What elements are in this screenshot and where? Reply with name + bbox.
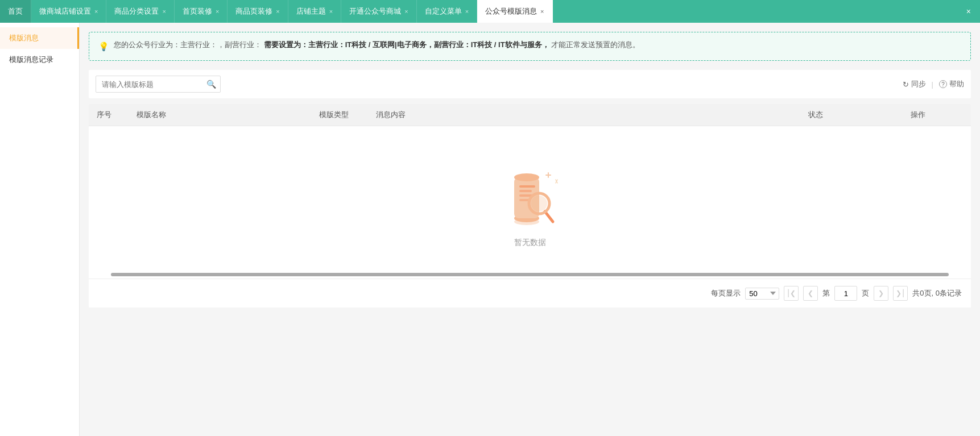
main-layout: 模版消息 模版消息记录 💡 您的公众号行业为：主营行业：，副营行业： 需要设置为… bbox=[0, 23, 980, 436]
search-input-wrap: 🔍 bbox=[96, 76, 221, 93]
nav-label-mall: 开通公众号商城 bbox=[349, 6, 401, 16]
close-icon-category[interactable]: × bbox=[162, 8, 166, 15]
search-icon[interactable]: 🔍 bbox=[206, 80, 216, 89]
nav-item-homepage[interactable]: 首页装修 × bbox=[175, 0, 228, 23]
global-close-button[interactable]: × bbox=[957, 7, 980, 16]
close-icon-homepage[interactable]: × bbox=[216, 8, 219, 15]
data-table: 序号 模版名称 模版类型 消息内容 状态 操作 bbox=[89, 104, 971, 308]
th-status: 状态 bbox=[800, 104, 903, 126]
page-size-select[interactable]: 50 10 20 100 bbox=[745, 288, 779, 300]
search-right: ↻ 同步 | ? 帮助 bbox=[903, 79, 964, 89]
notice-text: 您的公众号行业为：主营行业：，副营行业： 需要设置为：主营行业：IT科技 / 互… bbox=[114, 39, 640, 51]
sidebar: 模版消息 模版消息记录 bbox=[0, 23, 80, 436]
pagination-summary: 共0页, 0条记录 bbox=[912, 288, 962, 298]
page-last-button[interactable]: ❯⎮ bbox=[893, 286, 908, 301]
sync-label: 同步 bbox=[911, 79, 926, 89]
close-icon-product-page[interactable]: × bbox=[276, 8, 279, 15]
table-header: 序号 模版名称 模版类型 消息内容 状态 操作 bbox=[89, 104, 971, 126]
nav-item-home[interactable]: 首页 bbox=[0, 0, 31, 23]
content-area: 💡 您的公众号行业为：主营行业：，副营行业： 需要设置为：主营行业：IT科技 /… bbox=[80, 23, 980, 436]
th-content: 消息内容 bbox=[368, 104, 800, 126]
notice-highlight: 需要设置为：主营行业：IT科技 / 互联网|电子商务，副营行业：IT科技 / I… bbox=[264, 40, 549, 49]
top-navigation: 首页 微商城店铺设置 × 商品分类设置 × 首页装修 × 商品页装修 × 店铺主… bbox=[0, 0, 980, 23]
nav-label-menu: 自定义菜单 bbox=[425, 6, 462, 16]
help-circle-icon: ? bbox=[939, 80, 947, 88]
nav-label-product-page: 商品页装修 bbox=[235, 6, 272, 16]
svg-rect-5 bbox=[519, 190, 532, 192]
notice-banner: 💡 您的公众号行业为：主营行业：，副营行业： 需要设置为：主营行业：IT科技 /… bbox=[89, 32, 971, 61]
svg-rect-4 bbox=[519, 185, 535, 188]
help-label: 帮助 bbox=[949, 79, 964, 89]
nav-label-homepage: 首页装修 bbox=[183, 6, 212, 16]
notice-suffix: 才能正常发送预置的消息。 bbox=[551, 40, 640, 49]
page-of-label: 第 bbox=[822, 288, 830, 298]
search-left: 🔍 bbox=[96, 76, 221, 93]
svg-point-3 bbox=[514, 173, 539, 181]
sidebar-label-template-record: 模版消息记录 bbox=[9, 55, 53, 64]
page-next-button[interactable]: ❯ bbox=[874, 286, 888, 301]
refresh-icon: ↻ bbox=[903, 80, 909, 89]
th-action: 操作 bbox=[903, 104, 971, 126]
nav-item-mall[interactable]: 开通公众号商城 × bbox=[341, 0, 416, 23]
nav-label-template-msg: 公众号模版消息 bbox=[485, 6, 537, 16]
nav-label-category: 商品分类设置 bbox=[114, 6, 159, 16]
nav-label-theme: 店铺主题 bbox=[296, 6, 326, 16]
empty-illustration bbox=[496, 160, 564, 229]
notice-prefix: 您的公众号行业为：主营行业：，副营行业： bbox=[114, 40, 262, 49]
close-icon-mall[interactable]: × bbox=[404, 8, 408, 15]
nav-label-home: 首页 bbox=[8, 6, 23, 16]
svg-point-10 bbox=[531, 196, 547, 211]
sidebar-item-template-msg[interactable]: 模版消息 bbox=[0, 27, 79, 49]
search-row: 🔍 ↻ 同步 | ? 帮助 bbox=[89, 70, 971, 98]
sidebar-label-template-msg: 模版消息 bbox=[9, 34, 39, 42]
page-label: 页 bbox=[862, 288, 869, 298]
bulb-icon: 💡 bbox=[98, 40, 109, 53]
nav-item-theme[interactable]: 店铺主题 × bbox=[288, 0, 341, 23]
nav-item-store-setting[interactable]: 微商城店铺设置 × bbox=[31, 0, 106, 23]
svg-line-8 bbox=[545, 211, 553, 222]
nav-label-store: 微商城店铺设置 bbox=[39, 6, 91, 16]
page-size-label: 每页显示 bbox=[711, 288, 741, 298]
th-type: 模版类型 bbox=[311, 104, 368, 126]
close-icon-menu[interactable]: × bbox=[465, 8, 469, 15]
nav-item-menu[interactable]: 自定义菜单 × bbox=[417, 0, 477, 23]
close-icon-store[interactable]: × bbox=[94, 8, 98, 15]
help-button[interactable]: ? 帮助 bbox=[939, 79, 964, 89]
empty-text: 暂无数据 bbox=[514, 238, 546, 248]
th-name: 模版名称 bbox=[129, 104, 311, 126]
nav-item-category[interactable]: 商品分类设置 × bbox=[106, 0, 174, 23]
pagination-row: 每页显示 50 10 20 100 ⎮❮ ❮ 第 页 ❯ ❯⎮ 共0页, 0条记… bbox=[89, 279, 971, 308]
empty-state: 暂无数据 bbox=[89, 126, 971, 271]
nav-item-product-page[interactable]: 商品页装修 × bbox=[228, 0, 288, 23]
divider: | bbox=[932, 80, 933, 89]
close-icon-template-msg[interactable]: × bbox=[540, 8, 544, 15]
sync-button[interactable]: ↻ 同步 bbox=[903, 79, 926, 89]
page-first-button[interactable]: ⎮❮ bbox=[784, 286, 799, 301]
page-prev-button[interactable]: ❮ bbox=[803, 286, 818, 301]
th-seq: 序号 bbox=[89, 104, 129, 126]
page-number-input[interactable] bbox=[834, 286, 857, 301]
close-icon-theme[interactable]: × bbox=[329, 8, 333, 15]
search-input[interactable] bbox=[96, 76, 221, 93]
nav-item-template-msg[interactable]: 公众号模版消息 × bbox=[477, 0, 552, 23]
horizontal-scrollbar[interactable] bbox=[89, 271, 971, 279]
sidebar-item-template-record[interactable]: 模版消息记录 bbox=[0, 49, 79, 70]
